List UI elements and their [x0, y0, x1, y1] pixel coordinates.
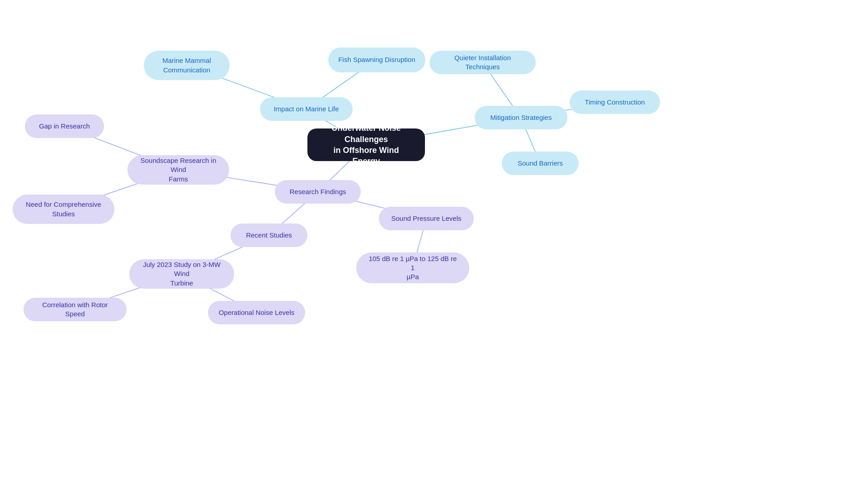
research-findings-node: Research Findings: [275, 180, 361, 204]
correlation-node: Correlation with Rotor Speed: [24, 298, 127, 321]
gap-research-label: Gap in Research: [39, 122, 90, 131]
soundscape-label: Soundscape Research in Wind Farms: [137, 156, 219, 184]
july-study-node: July 2023 Study on 3-MW Wind Turbine: [129, 259, 234, 289]
center-node: Underwater Noise Challenges in Offshore …: [307, 128, 425, 161]
soundscape-node: Soundscape Research in Wind Farms: [127, 155, 229, 185]
db-range-label: 105 dB re 1 µPa to 125 dB re 1 µPa: [366, 254, 459, 282]
impact-marine-node: Impact on Marine Life: [260, 97, 353, 121]
quieter-node: Quieter Installation Techniques: [429, 51, 536, 74]
need-comprehensive-label: Need for Comprehensive Studies: [26, 200, 101, 219]
mitigation-label: Mitigation Strategies: [491, 113, 552, 122]
sound-pressure-label: Sound Pressure Levels: [391, 214, 461, 223]
operational-node: Operational Noise Levels: [208, 301, 305, 324]
sound-barriers-node: Sound Barriers: [502, 152, 579, 175]
marine-mammal-node: Marine Mammal Communication: [144, 51, 230, 80]
recent-studies-label: Recent Studies: [246, 231, 292, 240]
quieter-label: Quieter Installation Techniques: [439, 53, 526, 72]
gap-research-node: Gap in Research: [25, 114, 104, 138]
recent-studies-node: Recent Studies: [231, 224, 307, 247]
timing-node: Timing Construction: [570, 90, 660, 114]
sound-barriers-label: Sound Barriers: [518, 159, 563, 168]
marine-mammal-label: Marine Mammal Communication: [162, 56, 211, 75]
sound-pressure-node: Sound Pressure Levels: [379, 207, 474, 230]
fish-spawning-label: Fish Spawning Disruption: [338, 55, 415, 64]
fish-spawning-node: Fish Spawning Disruption: [328, 48, 425, 72]
operational-label: Operational Noise Levels: [219, 308, 295, 317]
center-label: Underwater Noise Challenges in Offshore …: [324, 123, 409, 167]
need-comprehensive-node: Need for Comprehensive Studies: [13, 195, 114, 224]
db-range-node: 105 dB re 1 µPa to 125 dB re 1 µPa: [356, 252, 469, 283]
july-study-label: July 2023 Study on 3-MW Wind Turbine: [139, 260, 224, 288]
mitigation-node: Mitigation Strategies: [475, 106, 567, 129]
impact-marine-label: Impact on Marine Life: [274, 105, 339, 114]
correlation-label: Correlation with Rotor Speed: [33, 300, 117, 319]
research-findings-label: Research Findings: [289, 187, 346, 196]
timing-label: Timing Construction: [585, 98, 645, 107]
